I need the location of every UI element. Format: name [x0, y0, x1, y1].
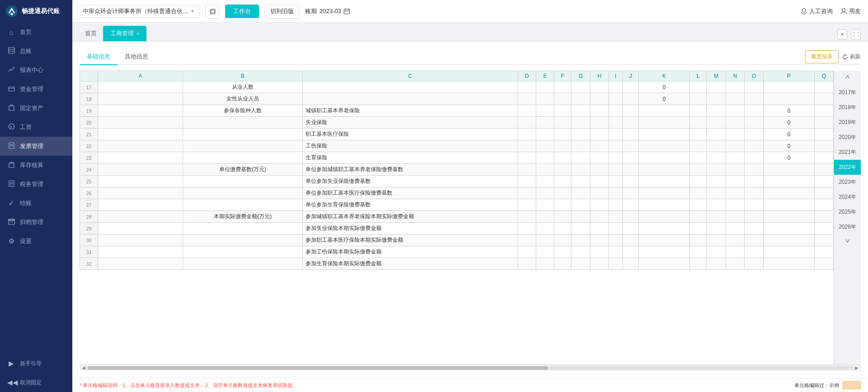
sidebar-item-archive[interactable]: 归档管理 [0, 213, 72, 232]
cell-17-o[interactable] [745, 81, 764, 93]
cell-20-e[interactable] [536, 117, 554, 129]
cell-24-b[interactable]: 单位缴费基数(万元) [183, 164, 302, 176]
expand-window-button[interactable]: ⛶ [851, 29, 861, 39]
cell-27-a[interactable] [98, 199, 183, 211]
cell-23-l[interactable] [690, 152, 707, 164]
cell-32-j[interactable] [623, 258, 639, 270]
cell-25-g[interactable] [571, 176, 590, 187]
cell-18-h[interactable] [590, 93, 609, 105]
sidebar-item-salary[interactable]: ¥ 工资 [0, 118, 72, 137]
cell-19-e[interactable] [536, 105, 554, 117]
cell-23-g[interactable] [571, 152, 590, 164]
cell-24-m[interactable] [707, 164, 726, 176]
cell-27-j[interactable] [623, 199, 639, 211]
cell-18-c[interactable] [303, 93, 518, 105]
cell-23-b[interactable] [183, 152, 302, 164]
cell-22-q[interactable] [814, 140, 833, 152]
calendar-icon[interactable] [344, 8, 350, 14]
cell-28-j[interactable] [623, 211, 639, 223]
scroll-thumb[interactable] [88, 366, 548, 370]
cell-28-k[interactable] [639, 211, 690, 223]
cell-30-m[interactable] [707, 234, 726, 246]
cell-17-k[interactable]: 0 [639, 81, 690, 93]
cell-28-q[interactable] [814, 211, 833, 223]
cell-30-q[interactable] [814, 234, 833, 246]
cell-27-p[interactable] [764, 199, 815, 211]
sidebar-item-inventory[interactable]: 库存核算 [0, 156, 72, 175]
cell-17-a[interactable] [98, 81, 183, 93]
cell-18-q[interactable] [814, 93, 833, 105]
cell-28-m[interactable] [707, 211, 726, 223]
cell-17-c[interactable] [303, 81, 518, 93]
cell-20-n[interactable] [726, 117, 745, 129]
cell-20-q[interactable] [814, 117, 833, 129]
cell-27-n[interactable] [726, 199, 745, 211]
cell-27-l[interactable] [690, 199, 707, 211]
refresh-button[interactable]: 刷新 [842, 50, 861, 63]
cell-26-h[interactable] [590, 187, 609, 199]
close-window-button[interactable]: × [837, 29, 847, 39]
cell-17-e[interactable] [536, 81, 554, 93]
cell-26-g[interactable] [571, 187, 590, 199]
cell-32-a[interactable] [98, 258, 183, 270]
cell-29-h[interactable] [590, 223, 609, 234]
cell-21-e[interactable] [536, 129, 554, 140]
cell-22-b[interactable] [183, 140, 302, 152]
year-item-2017[interactable]: 2017年 [834, 85, 861, 100]
scroll-right-button[interactable]: ▶ [854, 365, 860, 371]
cell-21-d[interactable] [518, 129, 536, 140]
cell-32-q[interactable] [814, 258, 833, 270]
cell-24-e[interactable] [536, 164, 554, 176]
cell-18-p[interactable] [764, 93, 815, 105]
cell-25-o[interactable] [745, 176, 764, 187]
year-item-2022[interactable]: 2022年 [834, 160, 861, 175]
cell-22-o[interactable] [745, 140, 764, 152]
cell-26-l[interactable] [690, 187, 707, 199]
cell-29-b[interactable] [183, 223, 302, 234]
scroll-track[interactable] [87, 366, 854, 370]
cell-22-i[interactable] [609, 140, 623, 152]
cell-24-g[interactable] [571, 164, 590, 176]
cell-30-p[interactable] [764, 234, 815, 246]
cell-29-q[interactable] [814, 223, 833, 234]
cell-32-m[interactable] [707, 258, 726, 270]
cell-24-a[interactable] [98, 164, 183, 176]
cell-23-m[interactable] [707, 152, 726, 164]
sidebar-item-settings[interactable]: ⚙ 设置 [0, 232, 72, 251]
cell-21-g[interactable] [571, 129, 590, 140]
cell-29-e[interactable] [536, 223, 554, 234]
cell-30-a[interactable] [98, 234, 183, 246]
year-panel-down-button[interactable] [834, 234, 861, 249]
cell-20-j[interactable] [623, 117, 639, 129]
cell-20-k[interactable] [639, 117, 690, 129]
cell-28-c[interactable]: 参加城镇职工基本养老保险本期实际缴费金额 [303, 211, 518, 223]
cell-19-f[interactable] [554, 105, 571, 117]
cell-32-p[interactable] [764, 258, 815, 270]
cell-20-d[interactable] [518, 117, 536, 129]
cell-18-k[interactable]: 0 [639, 93, 690, 105]
cell-29-c[interactable]: 参加失业保险本期实际缴费金额 [303, 223, 518, 234]
cell-27-b[interactable] [183, 199, 302, 211]
cell-30-e[interactable] [536, 234, 554, 246]
sidebar-item-invoice[interactable]: 发票管理 [0, 137, 72, 156]
cell-28-a[interactable] [98, 211, 183, 223]
cell-18-l[interactable] [690, 93, 707, 105]
cell-26-q[interactable] [814, 187, 833, 199]
cell-27-q[interactable] [814, 199, 833, 211]
workbench-button[interactable]: 工作台 [225, 5, 259, 18]
cell-19-b[interactable]: 参保各险种人数 [183, 105, 302, 117]
cell-32-i[interactable] [609, 258, 623, 270]
cell-28-n[interactable] [726, 211, 745, 223]
cell-20-b[interactable] [183, 117, 302, 129]
cell-21-o[interactable] [745, 129, 764, 140]
cell-31-a[interactable] [98, 246, 183, 258]
cell-22-g[interactable] [571, 140, 590, 152]
company-selector[interactable]: 中审众环会计师事务所（特殊普通合伙... ▼ [78, 5, 200, 18]
cell-22-e[interactable] [536, 140, 554, 152]
cell-32-c[interactable]: 参加生育保险本期实际缴费金额 [303, 258, 518, 270]
cell-24-c[interactable]: 单位参加城镇职工基本养老保险缴费基数 [303, 164, 518, 176]
cell-25-p[interactable] [764, 176, 815, 187]
cell-28-h[interactable] [590, 211, 609, 223]
cell-19-j[interactable] [623, 105, 639, 117]
cell-32-b[interactable] [183, 258, 302, 270]
